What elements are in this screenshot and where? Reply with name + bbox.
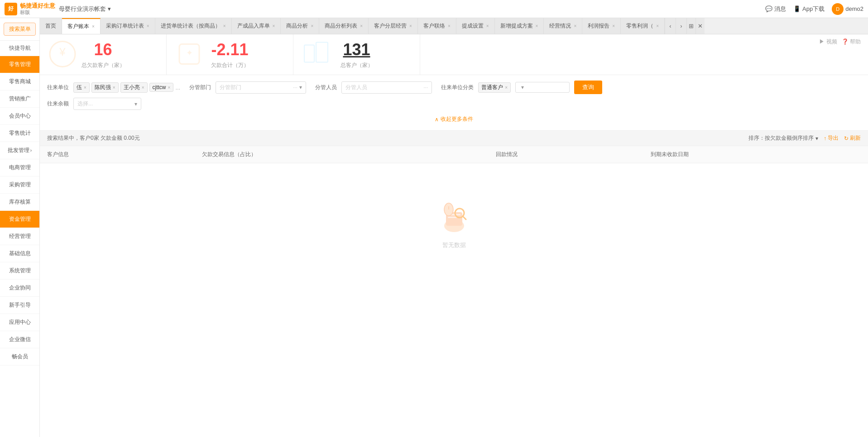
more-tags-btn[interactable]: ...	[175, 84, 180, 91]
tab-production-inbound[interactable]: 产成品入库单 ×	[232, 18, 281, 34]
export-btn[interactable]: ↑ 导出	[824, 134, 839, 142]
empty-state: 暂无数据	[40, 163, 868, 285]
sidebar-quick-nav[interactable]: 快捷导航	[0, 41, 39, 56]
close-icon[interactable]: ×	[656, 24, 659, 28]
tab-home[interactable]: 首页	[40, 18, 62, 34]
sidebar-item-member2[interactable]: 畅会员	[0, 348, 39, 366]
tab-promo-settings[interactable]: 提成设置 ×	[456, 18, 495, 34]
sidebar-item-retail-stat[interactable]: 零售统计	[0, 125, 39, 142]
sidebar-item-app-center[interactable]: 应用中心	[0, 314, 39, 331]
tab-nav-right[interactable]: ›	[676, 18, 686, 34]
remove-normal-customer-tag[interactable]: ×	[505, 85, 508, 90]
top-bar-left: 好 畅捷通好生意 标版 母婴行业演示帐套 ▾	[5, 2, 111, 15]
sidebar-item-operations[interactable]: 经营管理	[0, 228, 39, 245]
sidebar-item-wholesale[interactable]: 批发管理 ›	[0, 142, 39, 159]
close-icon[interactable]: ×	[360, 24, 363, 28]
sidebar-item-ecommerce[interactable]: 电商管理	[0, 159, 39, 176]
close-icon[interactable]: ×	[486, 24, 489, 28]
sidebar-item-member[interactable]: 会员中心	[0, 108, 39, 125]
sidebar-item-inventory[interactable]: 库存核算	[0, 194, 39, 211]
sidebar-item-label: 会员中心	[9, 113, 31, 119]
balance-label: 往来余额	[47, 100, 69, 108]
unit-type-chevron: ▾	[521, 84, 524, 90]
sidebar-item-label: 批发管理	[8, 147, 29, 154]
app-download-btn[interactable]: 📱 App下载	[793, 5, 825, 13]
sidebar-item-label: 资金管理	[9, 216, 31, 222]
tab-customer-contact[interactable]: 客户联络 ×	[418, 18, 456, 34]
tab-label: 客户分层经营	[374, 22, 407, 30]
sort-selector[interactable]: 排序：按欠款金额倒序排序 ▾	[748, 134, 818, 142]
message-icon: 💬	[765, 5, 772, 12]
sidebar-item-system[interactable]: 系统管理	[0, 262, 39, 280]
sidebar-item-finance[interactable]: 资金管理	[0, 211, 39, 228]
dept-placeholder: 分管部门	[220, 84, 241, 91]
tab-retail-profit[interactable]: 零售利润（ ×	[621, 18, 665, 34]
empty-icon	[436, 200, 472, 236]
sidebar-item-retail-mall[interactable]: 零售商城	[0, 73, 39, 90]
filter-tag-chen: 陈民强 ×	[91, 82, 119, 93]
collapse-btn[interactable]: ∧ 收起更多条件	[433, 114, 475, 125]
search-menu-button[interactable]: 搜索菜单	[4, 23, 36, 36]
person-select[interactable]: 分管人员 ···	[341, 81, 432, 94]
download-icon: 📱	[793, 5, 801, 12]
tab-nav-left[interactable]: ‹	[665, 18, 676, 34]
close-icon[interactable]: ×	[574, 24, 576, 28]
tab-profit-report[interactable]: 利润报告 ×	[582, 18, 621, 34]
tab-label: 采购订单统计表	[106, 22, 144, 30]
help-icon[interactable]: ❓ 帮助	[842, 38, 861, 46]
tab-inbound-stat[interactable]: 进货单统计表（按商品） ×	[155, 18, 232, 34]
tab-close-all[interactable]: ✕	[695, 18, 705, 34]
tab-customer-book[interactable]: 客户账本 ×	[62, 18, 101, 34]
close-icon[interactable]: ×	[273, 24, 275, 28]
table-container: 客户信息 欠款交易信息（占比） 回款情况 到期未收款日期	[40, 146, 868, 437]
unit-type-select[interactable]: ▾	[515, 82, 570, 93]
sidebar-item-label: 采购管理	[9, 181, 31, 188]
sidebar-item-basic[interactable]: 基础信息	[0, 245, 39, 262]
tab-purchase-order-stat[interactable]: 采购订单统计表 ×	[101, 18, 155, 34]
message-label: 消息	[774, 5, 786, 13]
person-more-icon: ···	[423, 84, 428, 90]
export-label: 导出	[828, 134, 839, 142]
remove-wang-tag[interactable]: ×	[142, 85, 144, 90]
close-icon[interactable]: ×	[223, 24, 226, 28]
dept-select[interactable]: 分管部门 ··· ▾	[216, 81, 306, 94]
remove-wu-tag[interactable]: ×	[84, 85, 86, 90]
close-icon[interactable]: ×	[612, 24, 615, 28]
svg-text:¥: ¥	[59, 45, 66, 57]
tab-goods-analysis[interactable]: 商品分析 ×	[281, 18, 319, 34]
remove-chen-tag[interactable]: ×	[113, 85, 115, 90]
sidebar-item-purchase[interactable]: 采购管理	[0, 176, 39, 194]
tab-goods-analysis-list[interactable]: 商品分析列表 ×	[319, 18, 369, 34]
video-icon[interactable]: ▶ 视频	[819, 38, 837, 46]
tab-biz-situation[interactable]: 经营情况 ×	[544, 18, 582, 34]
close-icon[interactable]: ×	[536, 24, 538, 28]
right-panel: 首页 客户账本 × 采购订单统计表 × 进货单统计表（按商品） × 产成品入库单…	[40, 18, 868, 437]
sidebar-item-retail[interactable]: 零售管理	[0, 56, 39, 73]
balance-select[interactable]: 选择... ▾	[73, 98, 141, 110]
sidebar-item-label: 系统管理	[9, 267, 31, 274]
tab-customer-tier[interactable]: 客户分层经营 ×	[369, 18, 418, 34]
close-icon[interactable]: ×	[409, 24, 412, 28]
remove-cjttcw-tag[interactable]: ×	[168, 85, 171, 90]
svg-line-11	[463, 216, 466, 219]
sidebar-item-enterprise[interactable]: 企业协同	[0, 280, 39, 297]
tab-expand-btn[interactable]: ⊞	[686, 18, 695, 34]
unit-type-tags: 普通客户 ×	[478, 82, 511, 93]
close-icon[interactable]: ×	[147, 24, 149, 28]
refresh-btn[interactable]: ↻ 刷新	[844, 134, 861, 142]
user-profile-btn[interactable]: D demo2	[832, 3, 863, 15]
company-selector[interactable]: 母婴行业演示帐套 ▾	[59, 5, 111, 13]
sidebar-item-marketing[interactable]: 营销推广	[0, 90, 39, 108]
close-icon[interactable]: ×	[448, 24, 451, 28]
filter-tag-wang: 王小亮 ×	[120, 82, 148, 93]
sidebar-item-wechat[interactable]: 企业微信	[0, 331, 39, 348]
tab-customer-book-close[interactable]: ×	[92, 24, 95, 29]
close-icon[interactable]: ×	[311, 24, 313, 28]
main-layout: 搜索菜单 快捷导航 零售管理 零售商城 营销推广 会员中心 零售统计 批发管理 …	[0, 18, 868, 437]
tab-new-promo-plan[interactable]: 新增提成方案 ×	[495, 18, 544, 34]
message-btn[interactable]: 💬 消息	[765, 5, 786, 13]
query-button[interactable]: 查询	[574, 81, 602, 94]
stat-debt-total-label: 欠款合计（万）	[211, 62, 249, 69]
person-placeholder: 分管人员	[345, 84, 367, 91]
sidebar-item-new-guide[interactable]: 新手引导	[0, 297, 39, 314]
